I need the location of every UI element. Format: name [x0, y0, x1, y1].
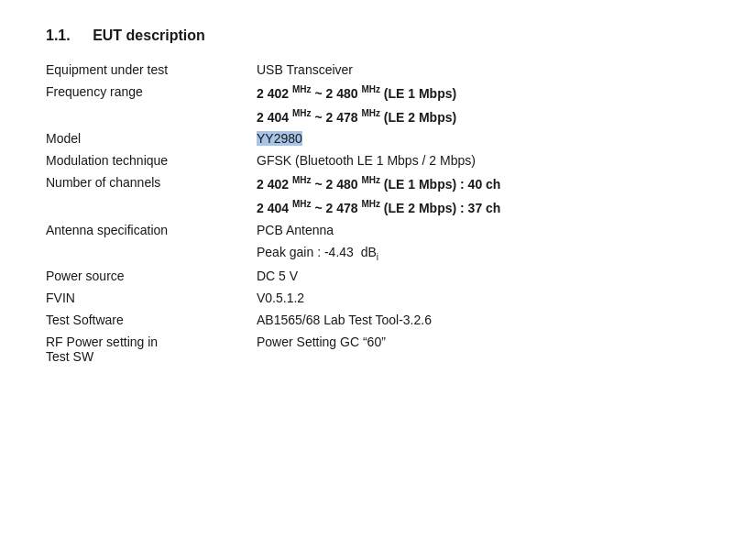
value-equipment: USB Transceiver — [247, 59, 710, 81]
value-channels-1: 2 402 MHz ~ 2 480 MHz (LE 1 Mbps) : 40 c… — [247, 171, 710, 195]
mhz-unit: MHz — [361, 199, 380, 209]
label-empty — [46, 104, 247, 128]
value-antenna-2: Peak gain : -4.43 dBi — [247, 241, 710, 266]
value-rf-power: Power Setting GC “60” — [247, 331, 710, 368]
table-row: RF Power setting inTest SW Power Setting… — [46, 331, 710, 368]
table-row: 2 404 MHz ~ 2 478 MHz (LE 2 Mbps) : 37 c… — [46, 195, 710, 219]
value-test-software: AB1565/68 Lab Test Tool-3.2.6 — [247, 309, 710, 331]
mhz-unit: MHz — [361, 84, 380, 94]
label-test-software: Test Software — [46, 309, 247, 331]
table-row: Number of channels 2 402 MHz ~ 2 480 MHz… — [46, 171, 710, 195]
table-row: Frequency range 2 402 MHz ~ 2 480 MHz (L… — [46, 81, 710, 104]
label-antenna: Antenna specification — [46, 219, 247, 241]
mhz-unit: MHz — [361, 175, 380, 185]
mhz-unit: MHz — [292, 108, 312, 118]
section-heading: EUT description — [93, 27, 205, 43]
label-equipment: Equipment under test — [46, 59, 247, 81]
value-channels-2: 2 404 MHz ~ 2 478 MHz (LE 2 Mbps) : 37 c… — [247, 195, 710, 219]
label-modulation: Modulation technique — [46, 149, 247, 171]
dbi-subscript: i — [377, 251, 378, 261]
value-antenna-1: PCB Antenna — [247, 219, 710, 241]
eut-table: Equipment under test USB Transceiver Fre… — [46, 59, 710, 368]
table-row: Test Software AB1565/68 Lab Test Tool-3.… — [46, 309, 710, 331]
label-power: Power source — [46, 265, 247, 287]
table-row: 2 404 MHz ~ 2 478 MHz (LE 2 Mbps) — [46, 104, 710, 128]
label-frequency: Frequency range — [46, 81, 247, 104]
label-channels: Number of channels — [46, 171, 247, 195]
mhz-unit: MHz — [292, 175, 312, 185]
value-fvin: V0.5.1.2 — [247, 287, 710, 309]
mhz-unit: MHz — [292, 84, 312, 94]
table-row: Modulation technique GFSK (Bluetooth LE … — [46, 149, 710, 171]
label-empty — [46, 241, 247, 266]
table-row: Antenna specification PCB Antenna — [46, 219, 710, 241]
value-model: YY2980 — [247, 127, 710, 149]
value-frequency-1: 2 402 MHz ~ 2 480 MHz (LE 1 Mbps) — [247, 81, 710, 104]
table-row: Model YY2980 — [46, 127, 710, 149]
mhz-unit: MHz — [361, 108, 380, 118]
label-empty — [46, 195, 247, 219]
label-model: Model — [46, 127, 247, 149]
label-fvin: FVIN — [46, 287, 247, 309]
value-modulation: GFSK (Bluetooth LE 1 Mbps / 2 Mbps) — [247, 149, 710, 171]
table-row: Peak gain : -4.43 dBi — [46, 241, 710, 266]
section-number: 1.1. — [46, 27, 71, 43]
value-frequency-2: 2 404 MHz ~ 2 478 MHz (LE 2 Mbps) — [247, 104, 710, 128]
mhz-unit: MHz — [292, 199, 312, 209]
table-row: FVIN V0.5.1.2 — [46, 287, 710, 309]
value-power: DC 5 V — [247, 265, 710, 287]
table-row: Equipment under test USB Transceiver — [46, 59, 710, 81]
label-rf-power: RF Power setting inTest SW — [46, 331, 247, 368]
section-container: 1.1. EUT description Equipment under tes… — [46, 27, 710, 368]
section-title: 1.1. EUT description — [46, 27, 710, 44]
model-value: YY2980 — [257, 131, 302, 146]
table-row: Power source DC 5 V — [46, 265, 710, 287]
